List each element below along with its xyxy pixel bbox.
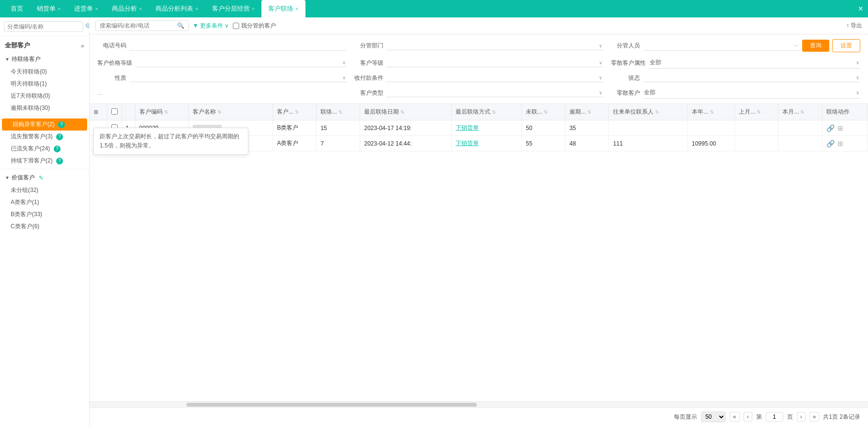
filter-payment-terms: 收付款条件 ∨ — [354, 73, 604, 82]
sidebar-item-lost-risk[interactable]: 流失预警客户(3) ? — [0, 131, 89, 143]
price-level-label: 客户价格等级 — [97, 59, 132, 67]
sidebar-item-today[interactable]: 今天待联络(0) — [0, 66, 89, 78]
per-page-label: 每页显示 — [674, 413, 697, 421]
close-icon[interactable]: × — [252, 0, 255, 17]
chevron-down-icon: ∨ — [599, 43, 602, 48]
phone-input[interactable] — [129, 41, 347, 51]
filter-search-icon[interactable]: 🔍 — [177, 22, 184, 29]
sidebar-item-tomorrow[interactable]: 明天待联络(1) — [0, 78, 89, 90]
status-label: 状态 — [611, 74, 640, 82]
sidebar-item-ungrouped[interactable]: 未分组(32) — [0, 184, 89, 196]
set-button[interactable]: 设置 — [832, 39, 860, 52]
tab-purchase[interactable]: 进货单 × — [67, 0, 105, 17]
payment-terms-select[interactable]: ∨ — [386, 73, 604, 82]
link-action-icon[interactable]: 🔗 — [826, 124, 835, 132]
filter-search-area: 🔍 — [95, 20, 189, 31]
contact-method-link[interactable]: 下销货单 — [456, 140, 479, 147]
settings-icon[interactable]: ⚙ — [93, 109, 99, 116]
sidebar-item-class-a[interactable]: A类客户(1) — [0, 196, 89, 208]
sidebar-item-overdue[interactable]: 逾期未联络(30) — [0, 102, 89, 114]
tab-customer-contact[interactable]: 客户联络 × — [261, 0, 305, 17]
th-last-contact-method[interactable]: 最后联络方式 ⇅ — [452, 104, 522, 120]
sidebar-search-icon[interactable]: 🔍 — [85, 23, 90, 30]
th-code[interactable]: 客户编码 ⇅ — [135, 104, 188, 120]
next-page-button[interactable]: › — [797, 412, 806, 422]
gender-select[interactable]: ∨ — [129, 73, 347, 82]
retail-attr-select[interactable]: 全部 ∨ — [649, 57, 860, 69]
query-button[interactable]: 查询 — [802, 40, 829, 52]
retail-customer-select[interactable]: 全部 ∨ — [643, 87, 860, 99]
my-customers-checkbox[interactable] — [233, 23, 239, 29]
th-settings[interactable]: ⚙ — [90, 104, 107, 120]
customer-type-select[interactable]: ∨ — [386, 88, 604, 97]
filter-retail-customer: 零散客户 全部 ∨ — [611, 87, 860, 99]
th-unpaid[interactable]: 未联... ⇅ — [522, 104, 565, 120]
grid-action-icon[interactable]: ⊞ — [838, 140, 843, 147]
close-all-button[interactable]: × — [858, 4, 863, 14]
sidebar-item-class-c[interactable]: C类客户(6) — [0, 220, 89, 233]
edit-icon[interactable]: ✎ — [39, 175, 44, 181]
th-overdue[interactable]: 逾期... ⇅ — [565, 104, 609, 120]
filter-search-input[interactable] — [100, 22, 177, 29]
close-icon[interactable]: × — [195, 0, 198, 17]
grid-action-icon[interactable]: ⊞ — [838, 124, 843, 132]
td-last-contact-date: 2023-04-17 14:19: — [360, 120, 452, 136]
filter-dots-row: ... — [97, 87, 347, 99]
status-select[interactable]: ∨ — [643, 73, 860, 82]
tab-customer-layers[interactable]: 客户分层经营 × — [205, 0, 261, 17]
sidebar-item-7days[interactable]: 近7天待联络(0) — [0, 90, 89, 102]
tab-product-analysis[interactable]: 商品分析 × — [105, 0, 149, 17]
th-this-month[interactable]: 本月... ⇅ — [778, 104, 822, 120]
person-select[interactable]: ··· — [643, 41, 799, 51]
current-page-input[interactable] — [766, 412, 783, 422]
th-name[interactable]: 客户名称 ⇅ — [188, 104, 273, 120]
th-contact[interactable]: 联络... ⇅ — [317, 104, 360, 120]
dots-icon[interactable]: ··· — [793, 42, 798, 49]
sidebar-item-class-b[interactable]: B类客户(33) — [0, 208, 89, 220]
sidebar-pending-contact[interactable]: ▼ 待联络客户 — [0, 53, 89, 66]
contact-method-link[interactable]: 下销货单 — [456, 124, 479, 131]
retail-attr-label: 零散客户属性 — [611, 59, 646, 67]
link-action-icon[interactable]: 🔗 — [826, 140, 835, 147]
per-page-select[interactable]: 50 20 100 200 — [701, 411, 726, 422]
tab-sales[interactable]: 销货单 × — [30, 0, 67, 17]
my-customers-filter[interactable]: 我分管的客户 — [233, 22, 276, 30]
collapse-icon[interactable]: » — [81, 42, 84, 49]
td-last-contact-method[interactable]: 下销货单 — [452, 120, 522, 136]
th-unit-contact[interactable]: 往来单位联系人 ⇅ — [609, 104, 688, 120]
sidebar-item-continuous-down[interactable]: 持续下滑客户(2) ? — [0, 155, 89, 167]
sidebar-item-repeat-abnormal[interactable]: 回购异常客户(2) ? — [2, 118, 87, 131]
tab-home[interactable]: 首页 — [4, 0, 30, 17]
sidebar-item-already-lost[interactable]: 已流失客户(24) ? — [0, 143, 89, 155]
customer-level-select[interactable]: ∨ — [386, 59, 604, 67]
export-icon: ↑ — [846, 22, 849, 29]
sidebar-valuable-customers-header[interactable]: ▼ 价值客户 ✎ — [0, 171, 89, 184]
last-page-button[interactable]: » — [809, 412, 820, 422]
close-icon[interactable]: × — [139, 0, 142, 17]
tab-product-analysis-list[interactable]: 商品分析列表 × — [149, 0, 205, 17]
scrollbar-thumb[interactable] — [186, 403, 477, 407]
th-this-year[interactable]: 本年... ⇅ — [688, 104, 735, 120]
dept-select[interactable]: ∨ — [386, 42, 604, 50]
th-class[interactable]: 客户... ⇅ — [273, 104, 317, 120]
filter-person: 分管人员 ··· 查询 设置 — [611, 39, 860, 52]
td-this-year: 10995.00 — [688, 136, 735, 151]
close-icon[interactable]: × — [95, 0, 98, 17]
sidebar-all-customers-header[interactable]: 全部客户 » — [0, 38, 89, 53]
th-last-contact-date[interactable]: 最后联络日期 ⇅ — [360, 104, 452, 120]
more-filters-dots[interactable]: ... — [97, 89, 102, 96]
filter-icon: ▼ — [193, 22, 198, 29]
select-all-checkbox[interactable] — [111, 108, 118, 115]
close-icon[interactable]: × — [295, 0, 298, 17]
horizontal-scrollbar[interactable] — [90, 401, 868, 407]
prev-page-button[interactable]: ‹ — [744, 412, 752, 422]
th-last-month[interactable]: 上月... ⇅ — [735, 104, 778, 120]
td-last-contact-method[interactable]: 下销货单 — [452, 136, 522, 151]
price-level-select[interactable]: ∨ — [135, 59, 347, 67]
close-icon[interactable]: × — [58, 0, 61, 17]
sidebar-search-input[interactable] — [4, 21, 83, 32]
sort-icon: ⇅ — [164, 109, 168, 115]
first-page-button[interactable]: « — [730, 412, 740, 422]
export-button[interactable]: ↑ 导出 — [846, 22, 862, 30]
filter-more-conditions[interactable]: ▼ 更多条件 ∨ — [193, 22, 229, 30]
